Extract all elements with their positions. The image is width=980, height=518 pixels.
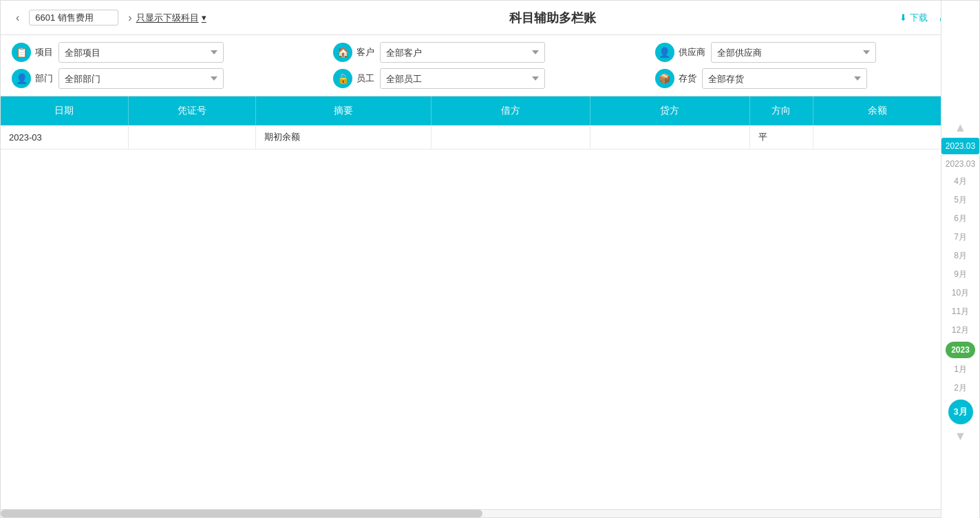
cell-balance bbox=[813, 125, 941, 149]
filter-group-inventory: 📦 存货 全部存货 bbox=[655, 68, 968, 89]
title-bar: ‹ › 只显示下级科目 ▾ 科目辅助多栏账 ⬇ 下载 🖨 打印 ✕ bbox=[1, 1, 979, 35]
customer-label: 🏠 客户 bbox=[333, 43, 374, 62]
customer-icon: 🏠 bbox=[333, 43, 352, 62]
side-panel-item[interactable]: 11月 bbox=[941, 302, 979, 321]
table-body: 2023-03期初余额平 bbox=[1, 125, 941, 149]
side-panel-item[interactable]: 2月 bbox=[941, 379, 979, 397]
col-header-summary: 摘要 bbox=[255, 96, 431, 125]
next-button[interactable]: › bbox=[124, 10, 136, 25]
side-panel-item[interactable]: 12月 bbox=[941, 321, 979, 340]
side-panel-item[interactable]: 2023 bbox=[946, 342, 975, 358]
supplier-icon: 👤 bbox=[655, 43, 674, 62]
side-panel-item[interactable]: 5月 bbox=[941, 191, 979, 209]
filter-row-2: 👤 部门 全部部门 🔒 员工 全部员工 📦 存货 bbox=[12, 68, 968, 89]
inventory-icon: 📦 bbox=[655, 69, 674, 88]
show-sub-label: 只显示下级科目 bbox=[136, 12, 199, 24]
cell-summary: 期初余额 bbox=[255, 125, 431, 149]
side-panel-item[interactable]: 10月 bbox=[941, 284, 979, 302]
cell-voucher bbox=[128, 125, 255, 149]
side-scroll-up[interactable]: ▲ bbox=[941, 118, 979, 138]
cell-credit bbox=[590, 125, 750, 149]
employee-label: 🔒 员工 bbox=[333, 69, 374, 88]
project-icon: 📋 bbox=[12, 43, 31, 62]
filter-group-department: 👤 部门 全部部门 bbox=[12, 68, 325, 89]
side-panel-item[interactable]: 2023.03 bbox=[941, 156, 979, 172]
employee-select[interactable]: 全部员工 bbox=[380, 68, 545, 89]
download-icon: ⬇ bbox=[899, 12, 907, 23]
download-button[interactable]: ⬇ 下载 bbox=[899, 12, 928, 24]
scroll-thumb[interactable] bbox=[1, 510, 482, 517]
table-row: 2023-03期初余额平 bbox=[1, 125, 941, 149]
employee-icon: 🔒 bbox=[333, 69, 352, 88]
side-panel-item[interactable]: 4月 bbox=[941, 172, 979, 191]
horizontal-scrollbar[interactable] bbox=[1, 509, 941, 517]
side-panel-item[interactable]: 2023.03 bbox=[941, 138, 979, 154]
filter-group-project: 📋 项目 全部项目 bbox=[12, 42, 325, 63]
show-sub-button[interactable]: 只显示下级科目 ▾ bbox=[136, 12, 206, 24]
col-header-credit: 贷方 bbox=[590, 96, 750, 125]
side-panel-item[interactable]: 3月 bbox=[948, 400, 973, 424]
filter-row-1: 📋 项目 全部项目 🏠 客户 全部客户 👤 供应商 bbox=[12, 42, 968, 63]
filter-area: 📋 项目 全部项目 🏠 客户 全部客户 👤 供应商 bbox=[1, 35, 979, 96]
side-panel-item[interactable]: 8月 bbox=[941, 247, 979, 265]
page-title: 科目辅助多栏账 bbox=[206, 10, 899, 26]
side-panel-item[interactable]: 1月 bbox=[941, 360, 979, 379]
table-header-row: 日期 凭证号 摘要 借方 贷方 方向 余额 bbox=[1, 96, 941, 125]
filter-group-supplier: 👤 供应商 全部供应商 bbox=[655, 42, 968, 63]
department-label: 👤 部门 bbox=[12, 69, 53, 88]
col-header-voucher: 凭证号 bbox=[128, 96, 255, 125]
side-panel: ▲ 2023.032023.034月5月6月7月8月9月10月11月12月202… bbox=[941, 1, 979, 518]
filter-group-customer: 🏠 客户 全部客户 bbox=[333, 42, 646, 63]
supplier-select[interactable]: 全部供应商 bbox=[711, 42, 876, 63]
side-panel-item[interactable]: 6月 bbox=[941, 209, 979, 228]
department-icon: 👤 bbox=[12, 69, 31, 88]
department-select[interactable]: 全部部门 bbox=[58, 68, 224, 89]
col-header-debit: 借方 bbox=[431, 96, 590, 125]
supplier-label: 👤 供应商 bbox=[655, 43, 705, 62]
filter-group-employee: 🔒 员工 全部员工 bbox=[333, 68, 646, 89]
customer-select[interactable]: 全部客户 bbox=[380, 42, 545, 63]
prev-button[interactable]: ‹ bbox=[12, 10, 23, 25]
side-panel-item[interactable]: 7月 bbox=[941, 228, 979, 247]
table-container: 日期 凭证号 摘要 借方 贷方 方向 余额 2023-03期初余额平 bbox=[1, 96, 941, 509]
project-select[interactable]: 全部项目 bbox=[58, 42, 224, 63]
col-header-balance: 余额 bbox=[813, 96, 941, 125]
inventory-label: 📦 存货 bbox=[655, 69, 696, 88]
col-header-direction: 方向 bbox=[749, 96, 813, 125]
col-header-date: 日期 bbox=[1, 96, 128, 125]
cell-debit bbox=[431, 125, 590, 149]
project-label: 📋 项目 bbox=[12, 43, 53, 62]
account-code-area bbox=[29, 10, 118, 25]
cell-date: 2023-03 bbox=[1, 125, 128, 149]
side-scroll-down[interactable]: ▼ bbox=[941, 426, 979, 446]
main-window: ‹ › 只显示下级科目 ▾ 科目辅助多栏账 ⬇ 下载 🖨 打印 ✕ bbox=[0, 0, 980, 518]
cell-direction: 平 bbox=[749, 125, 813, 149]
chevron-down-icon: ▾ bbox=[202, 12, 206, 23]
side-panel-item[interactable]: 9月 bbox=[941, 265, 979, 284]
inventory-select[interactable]: 全部存货 bbox=[702, 68, 867, 89]
download-label: 下载 bbox=[910, 12, 928, 24]
account-code-input[interactable] bbox=[29, 10, 118, 25]
ledger-table: 日期 凭证号 摘要 借方 贷方 方向 余额 2023-03期初余额平 bbox=[1, 96, 941, 149]
